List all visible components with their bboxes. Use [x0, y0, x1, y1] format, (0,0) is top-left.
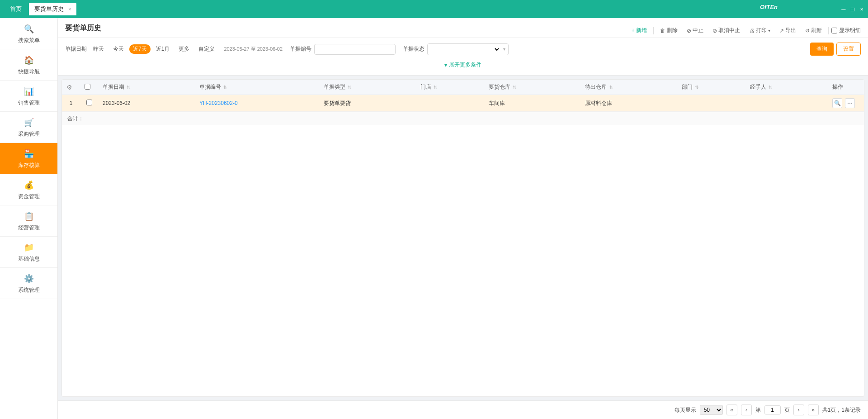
col-dept-sort-icon[interactable]: ⇅ [695, 85, 698, 90]
date-pill-more[interactable]: 更多 [175, 44, 193, 54]
sidebar-item-inventory[interactable]: 🏪 库存核算 [0, 143, 57, 174]
inventory-icon: 🏪 [24, 148, 34, 159]
sidebar-item-basic[interactable]: 📁 基础信息 [0, 237, 57, 268]
col-docno: 单据编号 ⇅ [195, 80, 319, 95]
tab-home-label: 首页 [10, 5, 22, 13]
row-doctype: 要货单要货 [319, 95, 416, 112]
col-dept-label: 部门 [682, 84, 693, 90]
col-store-label: 门店 [420, 84, 431, 90]
docno-filter-label: 单据编号 [290, 45, 311, 53]
window-maximize-icon[interactable]: □ [851, 6, 855, 13]
next-page-btn[interactable]: › [793, 405, 804, 415]
stop-button[interactable]: ⊘ 中止 [683, 25, 707, 36]
row-more-button[interactable]: ⋯ [845, 98, 855, 108]
col-docno-sort-icon[interactable]: ⇅ [223, 85, 227, 90]
sidebar-item-finance[interactable]: 💰 资金管理 [0, 174, 57, 205]
col-handler-sort-icon[interactable]: ⇅ [769, 85, 772, 90]
sep2 [828, 27, 829, 34]
date-pill-custom[interactable]: 自定义 [195, 44, 218, 54]
view-icon: 🔍 [834, 100, 841, 106]
last-page-btn[interactable]: » [808, 405, 819, 415]
docno-input[interactable] [314, 44, 396, 55]
display-detail-wrap: 显示明细 [831, 27, 861, 34]
row-view-button[interactable]: 🔍 [832, 98, 842, 108]
row-checkbox[interactable] [86, 100, 92, 105]
prev-page-icon: ‹ [745, 407, 747, 413]
date-pill-7days[interactable]: 近7天 [129, 44, 151, 54]
row-docno: YH-20230602-0 [195, 95, 319, 112]
search-button[interactable]: 查询 [810, 43, 834, 56]
tab-home[interactable]: 首页 [5, 3, 27, 15]
sidebar-item-purchase[interactable]: 🛒 采购管理 [0, 112, 57, 143]
col-settings: ⚙ [62, 80, 80, 95]
window-minimize-icon[interactable]: ─ [841, 6, 845, 13]
sidebar-item-finance-label: 资金管理 [18, 193, 40, 200]
row-docno-link[interactable]: YH-20230602-0 [199, 100, 238, 106]
sidebar-item-sales-label: 销售管理 [18, 99, 40, 107]
total-info: 共1页，1条记录 [822, 406, 861, 414]
col-doctype-sort-icon[interactable]: ⇅ [348, 85, 351, 90]
page-title: 要货单历史 [65, 24, 101, 33]
sidebar-item-sales[interactable]: 📊 销售管理 [0, 81, 57, 112]
sidebar: 🔍 搜索菜单 🏠 快捷导航 📊 销售管理 🛒 采购管理 🏪 库存核算 💰 资金管… [0, 18, 58, 419]
top-bar: 首页 要货单历史 × OfTEn ─ □ × [0, 0, 868, 18]
first-page-btn[interactable]: « [726, 405, 737, 415]
sidebar-item-inventory-label: 库存核算 [18, 162, 40, 169]
page-size-select[interactable]: 20 50 100 [700, 405, 723, 415]
window-close-icon[interactable]: × [860, 6, 863, 13]
print-button[interactable]: 🖨 打印 ▾ [745, 25, 774, 36]
date-pill-1month[interactable]: 近1月 [152, 44, 174, 54]
sep1 [653, 27, 654, 34]
date-pill-yesterday[interactable]: 昨天 [90, 44, 108, 54]
sidebar-item-operation[interactable]: 📋 经营管理 [0, 205, 57, 237]
basic-icon: 📁 [24, 242, 34, 253]
col-date-sort-icon[interactable]: ⇅ [127, 85, 130, 90]
delete-button[interactable]: 🗑 删除 [656, 25, 681, 36]
expand-more-btn[interactable]: ▾ 展开更多条件 [444, 61, 481, 69]
col-store: 门店 ⇅ [416, 80, 484, 95]
status-select-wrap: 正常 中止 ▾ [427, 43, 509, 55]
col-store-sort-icon[interactable]: ⇅ [434, 85, 437, 90]
table-body: 1 2023-06-02 YH-20230602-0 要货单要货 车间库 原材料… [62, 95, 864, 112]
add-button[interactable]: + 新增 [628, 25, 651, 36]
table-header-row: ⚙ 单据日期 ⇅ 单据编号 ⇅ [62, 80, 864, 95]
col-handler: 经手人 ⇅ [745, 80, 828, 95]
tab-history[interactable]: 要货单历史 × [29, 3, 76, 15]
col-docno-label: 单据编号 [199, 84, 221, 90]
row-ops: 🔍 ⋯ [832, 98, 859, 108]
col-req-warehouse-sort-icon[interactable]: ⇅ [513, 85, 516, 90]
delete-icon: 🗑 [660, 28, 665, 34]
cancel-stop-button[interactable]: ⊘ 取消中止 [709, 25, 744, 36]
date-pill-today[interactable]: 今天 [109, 44, 127, 54]
search-btns: 查询 设置 [810, 43, 861, 56]
prev-page-btn[interactable]: ‹ [741, 405, 752, 415]
pagination-bar: 每页显示 20 50 100 « ‹ 第 页 › » 共1页，1条记录 [58, 400, 868, 419]
col-date-label: 单据日期 [103, 84, 124, 90]
table-settings-icon[interactable]: ⚙ [66, 84, 72, 91]
display-detail-checkbox[interactable] [831, 28, 837, 33]
sidebar-item-search-label: 搜索菜单 [18, 37, 40, 44]
refresh-button[interactable]: ↺ 刷新 [802, 25, 826, 36]
close-tab-icon[interactable]: × [68, 6, 71, 12]
expand-more-label: 展开更多条件 [449, 61, 481, 69]
status-select-arrow-icon: ▾ [500, 47, 508, 52]
status-select[interactable]: 正常 中止 [428, 44, 500, 55]
col-pending-warehouse-sort-icon[interactable]: ⇅ [609, 85, 613, 90]
more-icon: ⋯ [847, 100, 853, 106]
display-detail-label: 显示明细 [839, 27, 861, 34]
sidebar-item-quicknav[interactable]: 🏠 快捷导航 [0, 49, 57, 81]
select-all-checkbox[interactable] [85, 84, 90, 90]
table-header: ⚙ 单据日期 ⇅ 单据编号 ⇅ [62, 80, 864, 95]
settings-button[interactable]: 设置 [836, 43, 861, 56]
sidebar-item-system-label: 系统管理 [18, 286, 40, 294]
date-range-display: 2023-05-27 至 2023-06-02 [224, 46, 283, 52]
sidebar-item-system[interactable]: ⚙️ 系统管理 [0, 268, 57, 299]
home-icon: 🏠 [24, 55, 34, 66]
table-row: 1 2023-06-02 YH-20230602-0 要货单要货 车间库 原材料… [62, 95, 864, 112]
sidebar-item-search[interactable]: 🔍 搜索菜单 [0, 18, 57, 49]
col-req-warehouse-label: 要货仓库 [489, 84, 510, 90]
page-number-input[interactable] [764, 405, 781, 414]
row-handler [745, 95, 828, 112]
last-page-icon: » [811, 407, 815, 413]
export-button[interactable]: ↗ 导出 [776, 25, 800, 36]
